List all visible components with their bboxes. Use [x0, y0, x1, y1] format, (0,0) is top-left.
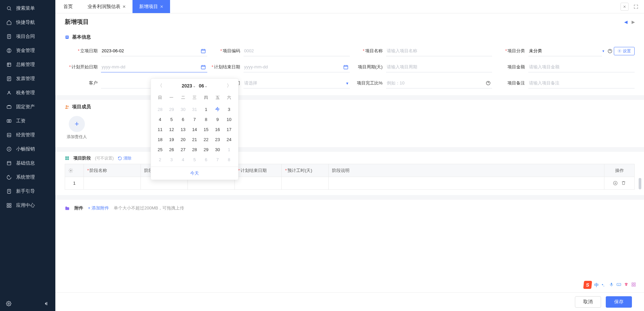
day-cell[interactable]: 28 [154, 104, 166, 114]
sidebar-item-guide[interactable]: 新手引导 [0, 184, 55, 198]
add-row-icon[interactable] [613, 181, 618, 186]
day-cell[interactable]: 23 [212, 134, 223, 144]
day-cell[interactable]: 31 [189, 104, 200, 114]
sidebar-item-home[interactable]: 快捷导航 [0, 15, 55, 29]
cell-stage-end[interactable] [235, 177, 282, 190]
sidebar-item-info[interactable]: 基础信息 [0, 156, 55, 170]
calendar-icon[interactable] [201, 64, 206, 70]
delete-row-icon[interactable] [621, 181, 626, 186]
day-cell[interactable]: 26 [166, 144, 177, 154]
day-cell[interactable]: 24 [223, 134, 235, 144]
day-cell[interactable]: 4 [177, 154, 189, 165]
day-cell[interactable]: 27 [177, 144, 189, 154]
sidebar-item-expense[interactable]: 小畅报销 [0, 142, 55, 156]
day-cell[interactable]: 2 [154, 154, 166, 165]
day-cell[interactable]: 12 [166, 124, 177, 134]
plan-start-input[interactable] [101, 62, 207, 72]
day-cell[interactable]: 7 [212, 154, 223, 165]
close-icon[interactable]: ✕ [160, 4, 163, 9]
day-cell[interactable]: 8 [223, 154, 235, 165]
cell-stage-hours[interactable] [282, 177, 329, 190]
project-name-input[interactable] [386, 46, 492, 56]
sidebar-item-appcenter[interactable]: 应用中心 [0, 198, 55, 212]
sidebar-item-ledger[interactable]: 总账管理 [0, 58, 55, 72]
prev-record-icon[interactable]: ◀ [623, 19, 629, 24]
create-date-input[interactable] [101, 46, 207, 56]
next-record-icon[interactable]: ▶ [631, 19, 636, 24]
sidebar-item-fund[interactable]: 资金管理 [0, 44, 55, 58]
help-icon[interactable] [607, 49, 612, 54]
add-attachment-button[interactable]: + 添加附件 [88, 205, 109, 211]
prev-month-icon[interactable]: 〈 [156, 82, 164, 89]
cell-stage-desc[interactable] [329, 177, 604, 190]
progress-input[interactable] [386, 78, 492, 88]
day-cell[interactable]: 19 [166, 134, 177, 144]
project-code-input[interactable] [244, 46, 350, 56]
clear-stages-button[interactable]: 清除 [118, 156, 131, 161]
ime-keyboard-icon[interactable] [616, 282, 622, 288]
category-settings-button[interactable]: 设置 [614, 47, 635, 55]
day-cell[interactable]: 1 [200, 104, 212, 114]
day-cell[interactable]: 29 [200, 144, 212, 154]
day-cell[interactable]: 9 [212, 114, 223, 124]
settings-icon[interactable] [6, 301, 11, 306]
year-selector[interactable]: 2023⌄ [182, 83, 196, 88]
tab-1[interactable]: 业务利润预估表✕ [81, 0, 132, 13]
sidebar-item-asset[interactable]: 固定资产 [0, 100, 55, 114]
sidebar-item-tax[interactable]: 税务管理 [0, 86, 55, 100]
save-button[interactable]: 保存 [606, 296, 632, 308]
day-cell[interactable]: 16 [212, 124, 223, 134]
department-select[interactable] [244, 78, 350, 88]
help-icon[interactable] [486, 81, 491, 86]
sidebar-item-system[interactable]: 系统管理 [0, 170, 55, 184]
day-cell[interactable]: 8 [200, 114, 212, 124]
day-cell[interactable]: 30 [177, 104, 189, 114]
day-cell[interactable]: 4 [154, 114, 166, 124]
collapse-icon[interactable] [44, 301, 49, 306]
next-month-icon[interactable]: 〉 [225, 82, 233, 89]
day-cell[interactable]: 3 [223, 104, 235, 114]
sidebar-item-invoice[interactable]: 发票管理 [0, 72, 55, 86]
ime-punct-icon[interactable]: •, [602, 282, 607, 288]
day-cell[interactable]: 1 [223, 144, 235, 154]
project-category-select[interactable] [528, 46, 602, 56]
day-cell[interactable]: 21 [189, 134, 200, 144]
day-cell[interactable]: 14 [189, 124, 200, 134]
col-settings[interactable] [65, 164, 84, 177]
day-cell[interactable]: 6 [177, 114, 189, 124]
cell-stage-name[interactable] [84, 177, 141, 190]
day-cell[interactable]: 10 [223, 114, 235, 124]
ime-logo-icon[interactable]: S [583, 281, 592, 289]
month-selector[interactable]: 06⌄ [199, 83, 208, 88]
day-cell[interactable]: 今 [212, 104, 223, 114]
day-cell[interactable]: 3 [166, 154, 177, 165]
close-all-icon[interactable] [621, 3, 629, 11]
close-icon[interactable]: ✕ [122, 4, 126, 9]
day-cell[interactable]: 15 [200, 124, 212, 134]
cycle-input[interactable] [386, 62, 492, 72]
sidebar-item-salary[interactable]: 工资 [0, 114, 55, 128]
day-cell[interactable]: 11 [154, 124, 166, 134]
day-cell[interactable]: 6 [200, 154, 212, 165]
day-cell[interactable]: 13 [177, 124, 189, 134]
tab-2[interactable]: 新增项目✕ [132, 0, 170, 13]
day-cell[interactable]: 17 [223, 124, 235, 134]
day-cell[interactable]: 28 [189, 144, 200, 154]
day-cell[interactable]: 5 [166, 114, 177, 124]
ime-toolbox-icon[interactable] [631, 282, 637, 288]
day-cell[interactable]: 25 [154, 144, 166, 154]
ime-skin-icon[interactable] [624, 282, 629, 288]
sidebar-item-search[interactable]: 搜索菜单 [0, 1, 55, 15]
calendar-icon[interactable] [201, 48, 206, 54]
calendar-icon[interactable] [343, 64, 348, 70]
fullscreen-icon[interactable] [632, 3, 640, 11]
plan-end-input[interactable] [244, 62, 350, 72]
day-cell[interactable]: 29 [166, 104, 177, 114]
amount-input[interactable] [528, 62, 635, 72]
remark-input[interactable] [528, 78, 635, 88]
chevron-down-icon[interactable]: ▾ [346, 81, 348, 86]
day-cell[interactable]: 22 [200, 134, 212, 144]
tab-0[interactable]: 首页 [55, 0, 81, 13]
chevron-down-icon[interactable]: ▾ [602, 49, 604, 53]
day-cell[interactable]: 7 [189, 114, 200, 124]
